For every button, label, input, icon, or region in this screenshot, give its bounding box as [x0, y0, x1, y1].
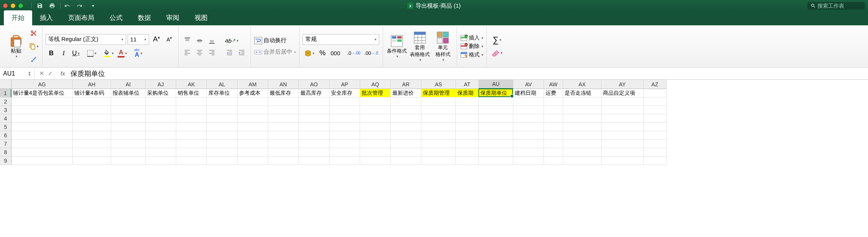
cell[interactable] [479, 123, 513, 131]
row-header[interactable]: 7 [0, 140, 11, 148]
cell[interactable] [601, 97, 644, 106]
column-header[interactable]: AZ [644, 80, 667, 89]
search-box[interactable] [807, 2, 865, 10]
cell[interactable] [513, 140, 544, 148]
cell[interactable] [299, 156, 329, 165]
minimize-window-button[interactable] [11, 3, 15, 8]
redo-button[interactable]: ▾ [77, 2, 85, 10]
cell[interactable] [456, 114, 479, 123]
cell[interactable] [299, 114, 329, 123]
cell[interactable]: 参考成本 [237, 89, 268, 97]
cell[interactable] [329, 131, 360, 140]
cell[interactable] [544, 131, 563, 140]
cell[interactable] [601, 114, 644, 123]
cell[interactable] [544, 148, 563, 156]
cell[interactable] [146, 140, 176, 148]
cell[interactable] [360, 148, 391, 156]
cell[interactable] [644, 97, 667, 106]
column-header[interactable]: AY [601, 80, 644, 89]
row-header[interactable]: 8 [0, 148, 11, 156]
decrease-indent-button[interactable] [224, 47, 235, 58]
cell[interactable] [11, 97, 73, 106]
cell[interactable] [299, 148, 329, 156]
cell[interactable] [268, 148, 299, 156]
cell[interactable] [479, 148, 513, 156]
cell[interactable] [544, 123, 563, 131]
fill-color-button[interactable]: ▾ [102, 48, 115, 59]
maximize-window-button[interactable] [18, 3, 23, 8]
row-header[interactable]: 9 [0, 156, 11, 165]
cell[interactable] [479, 106, 513, 114]
increase-decimal-button[interactable]: .0→.00 [346, 48, 362, 59]
cell[interactable]: 采购单位 [146, 89, 176, 97]
cell[interactable]: 运费 [544, 89, 563, 97]
tab-home[interactable]: 开始 [4, 10, 32, 25]
save-button[interactable] [36, 2, 44, 10]
cell[interactable] [563, 97, 601, 106]
cell[interactable] [207, 114, 237, 123]
close-window-button[interactable] [3, 3, 8, 8]
cell[interactable]: 是否走冻链 [563, 89, 601, 97]
cell[interactable] [479, 156, 513, 165]
cell[interactable] [146, 97, 176, 106]
cell[interactable] [360, 97, 391, 106]
cell[interactable]: 库存单位 [207, 89, 237, 97]
cell[interactable] [146, 156, 176, 165]
column-header[interactable]: AQ [360, 80, 391, 89]
cell[interactable]: 最低库存 [268, 89, 299, 97]
cell[interactable] [11, 106, 73, 114]
cell[interactable] [544, 140, 563, 148]
cell[interactable] [456, 140, 479, 148]
column-header[interactable]: AK [176, 80, 207, 89]
column-header[interactable]: AL [207, 80, 237, 89]
cell[interactable] [73, 140, 111, 148]
cell[interactable] [176, 148, 207, 156]
cell[interactable]: 保质期管理 [421, 89, 456, 97]
cell[interactable] [391, 131, 421, 140]
cell[interactable] [456, 156, 479, 165]
cell[interactable] [391, 114, 421, 123]
column-header[interactable]: AM [237, 80, 268, 89]
cell[interactable] [644, 156, 667, 165]
cell[interactable] [513, 131, 544, 140]
cell[interactable] [176, 123, 207, 131]
cell[interactable] [479, 114, 513, 123]
delete-cells-button[interactable]: × 删除▾ [460, 43, 483, 50]
tab-view[interactable]: 视图 [187, 10, 215, 25]
cell[interactable] [360, 131, 391, 140]
underline-button[interactable]: U▾ [70, 48, 82, 59]
percent-button[interactable]: % [317, 48, 328, 59]
align-top-button[interactable] [182, 35, 193, 46]
number-format-select[interactable]: 常规▾ [303, 34, 379, 45]
tab-insert[interactable]: 插入 [32, 10, 61, 25]
tab-formulas[interactable]: 公式 [102, 10, 130, 25]
cell[interactable] [391, 106, 421, 114]
cell[interactable] [11, 156, 73, 165]
cell[interactable] [111, 131, 146, 140]
cell[interactable] [601, 123, 644, 131]
cell[interactable] [299, 106, 329, 114]
cell[interactable] [329, 140, 360, 148]
autosum-button[interactable]: ∑▾ [490, 35, 504, 45]
cell[interactable] [391, 123, 421, 131]
cell[interactable]: 保质期单位 [479, 89, 513, 97]
cell[interactable] [237, 148, 268, 156]
cell[interactable] [176, 114, 207, 123]
cell[interactable] [237, 106, 268, 114]
cell[interactable] [176, 97, 207, 106]
cell[interactable] [73, 123, 111, 131]
align-left-button[interactable] [182, 47, 193, 58]
cell[interactable] [73, 106, 111, 114]
cell[interactable] [456, 131, 479, 140]
cell[interactable] [360, 114, 391, 123]
cell[interactable] [601, 131, 644, 140]
cell[interactable] [299, 140, 329, 148]
cell-styles-button[interactable]: 单元 格样式▾ [432, 30, 454, 63]
insert-cells-button[interactable]: + 插入▾ [460, 35, 483, 41]
comma-button[interactable]: 000 [329, 48, 342, 59]
align-bottom-button[interactable] [206, 35, 218, 46]
wrap-text-button[interactable]: 自动换行 [254, 37, 296, 44]
cell[interactable] [421, 123, 456, 131]
cell[interactable] [563, 114, 601, 123]
cell[interactable] [176, 140, 207, 148]
